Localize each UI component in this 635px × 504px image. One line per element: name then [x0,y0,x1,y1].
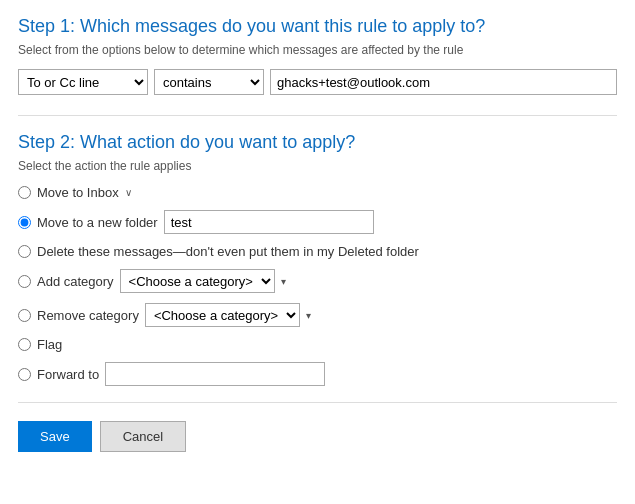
action-add-category: Add category <Choose a category> ▾ [18,269,617,293]
add-category-text: Add category [37,274,114,289]
forward-to-text: Forward to [37,367,99,382]
add-category-label[interactable]: Add category [37,274,114,289]
delete-text: Delete these messages—don't even put the… [37,244,419,259]
step1-heading: Step 1: Which messages do you want this … [18,16,617,37]
add-category-radio[interactable] [18,275,31,288]
remove-category-label[interactable]: Remove category [37,308,139,323]
flag-text: Flag [37,337,62,352]
new-folder-input[interactable] [164,210,374,234]
filter-condition-select[interactable]: contains does not contain starts with en… [154,69,264,95]
flag-radio[interactable] [18,338,31,351]
move-inbox-chevron: ∨ [125,187,132,198]
flag-label[interactable]: Flag [37,337,62,352]
move-new-folder-radio[interactable] [18,216,31,229]
step2-section: Step 2: What action do you want to apply… [18,132,617,386]
move-inbox-text: Move to Inbox [37,185,119,200]
step1-description: Select from the options below to determi… [18,43,617,57]
action-forward-to: Forward to [18,362,617,386]
filter-field-select[interactable]: To or Cc line From Subject Body [18,69,148,95]
add-category-select[interactable]: <Choose a category> [120,269,275,293]
action-flag: Flag [18,337,617,352]
action-delete: Delete these messages—don't even put the… [18,244,617,259]
remove-category-text: Remove category [37,308,139,323]
step2-description: Select the action the rule applies [18,159,617,173]
remove-category-select[interactable]: <Choose a category> [145,303,300,327]
move-inbox-label[interactable]: Move to Inbox ∨ [37,185,132,200]
add-category-chevron: ▾ [281,276,286,287]
filter-value-input[interactable] [270,69,617,95]
move-inbox-radio[interactable] [18,186,31,199]
bottom-divider [18,402,617,403]
save-button[interactable]: Save [18,421,92,452]
remove-category-chevron: ▾ [306,310,311,321]
action-list: Move to Inbox ∨ Move to a new folder Del… [18,185,617,386]
action-buttons: Save Cancel [18,421,617,452]
filter-row: To or Cc line From Subject Body contains… [18,69,617,95]
cancel-button[interactable]: Cancel [100,421,186,452]
delete-radio[interactable] [18,245,31,258]
action-move-new-folder: Move to a new folder [18,210,617,234]
action-remove-category: Remove category <Choose a category> ▾ [18,303,617,327]
move-new-folder-label[interactable]: Move to a new folder [37,215,158,230]
forward-to-input[interactable] [105,362,325,386]
section-divider [18,115,617,116]
delete-label[interactable]: Delete these messages—don't even put the… [37,244,419,259]
action-move-inbox: Move to Inbox ∨ [18,185,617,200]
step2-heading: Step 2: What action do you want to apply… [18,132,617,153]
move-new-folder-text: Move to a new folder [37,215,158,230]
forward-to-label[interactable]: Forward to [37,367,99,382]
forward-to-radio[interactable] [18,368,31,381]
remove-category-radio[interactable] [18,309,31,322]
